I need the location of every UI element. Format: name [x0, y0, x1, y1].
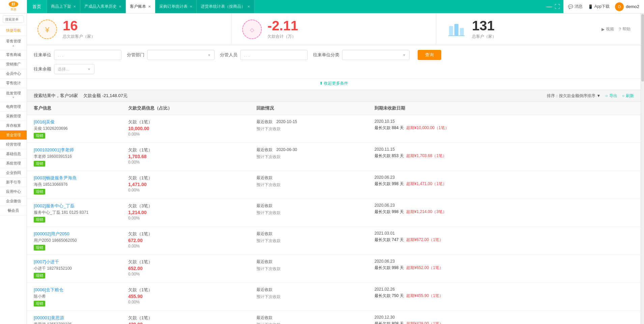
- tab-product-history-close[interactable]: ✕: [119, 5, 121, 8]
- customer-cell-8: [000001]黄思源 黄思源 13552700226 现销: [34, 315, 128, 324]
- debt-cell-4: 欠款（3笔） 1,214.00 0.00%: [128, 203, 256, 220]
- svg-text:¥: ¥: [45, 25, 50, 34]
- sidebar-item-retail-store[interactable]: 零售商城: [0, 50, 27, 60]
- customer-name-5[interactable]: [000002]用户2050: [34, 231, 69, 236]
- unit-category-arrow: ▼: [402, 53, 406, 57]
- tab-purchase-stats-close[interactable]: ✕: [247, 5, 250, 8]
- sort-select[interactable]: 排序：按欠款金额倒序排序 ▼: [547, 93, 601, 99]
- customer-name-8[interactable]: [000001]黄思源: [34, 315, 64, 320]
- unit-category-label: 往来单位分类: [313, 52, 339, 58]
- tab-home[interactable]: 首页: [27, 0, 47, 13]
- stat-number-3: 131: [472, 19, 496, 32]
- sidebar-item-purchase[interactable]: 采购管理: [0, 112, 27, 121]
- refresh-icon: ○: [622, 93, 624, 98]
- sidebar-item-finance[interactable]: 资金管理: [0, 130, 27, 140]
- view-btn[interactable]: ▶ 视频: [601, 26, 614, 32]
- customer-name-7[interactable]: [0006]去下粮仓: [34, 287, 63, 292]
- export-icon: ○: [606, 93, 608, 98]
- dept-input[interactable]: ▼: [147, 50, 215, 60]
- due-cell-5: 2021.03.01 最长欠款 747 天 超期¥672.00（1笔）: [374, 231, 634, 243]
- sidebar-item-retail-stats[interactable]: 零售统计: [0, 79, 27, 88]
- tab-purchase-order[interactable]: 采购订单统计表 ✕: [155, 0, 197, 13]
- topbar-right: 💬 消息 📱 App下载 D demo2: [563, 2, 644, 11]
- tab-customer-account-close[interactable]: ✕: [148, 5, 151, 8]
- sidebar-item-marketing[interactable]: 营销推广: [0, 60, 27, 69]
- refresh-btn[interactable]: ○ 刷新: [622, 93, 634, 99]
- sidebar-item-ops[interactable]: 经营管理: [0, 140, 27, 149]
- sidebar-item-ecommerce[interactable]: 电商管理: [0, 102, 27, 112]
- sidebar-item-quick-nav[interactable]: 快捷导航: [0, 25, 27, 36]
- manager-dots: ...: [244, 53, 251, 58]
- tab-purchase-stats[interactable]: 进货单统计表（按商品） ✕: [197, 0, 254, 13]
- help-icon: ?: [619, 27, 621, 32]
- due-cell-2: 2020.11.15 最长欠款 853 天 超期¥1,703.68（1笔）: [374, 147, 634, 159]
- logo-text: 示意: [10, 7, 17, 12]
- balance-arrow: ▼: [87, 67, 91, 71]
- tab-product-history[interactable]: 产成品入库单历史 ✕: [80, 0, 126, 13]
- query-button[interactable]: 查询: [418, 50, 441, 60]
- debt-percent-1: 0.00%: [128, 132, 256, 137]
- debt-cell-6: 欠款（1笔） 652.00 0.00%: [128, 259, 256, 276]
- balance-input[interactable]: 选择... ▼: [54, 64, 94, 74]
- sidebar-item-apps[interactable]: 应用中心: [0, 187, 27, 197]
- export-btn[interactable]: ○ 导出: [606, 93, 617, 99]
- sidebar-item-enterprise[interactable]: 企业协同: [0, 168, 27, 178]
- sidebar-item-batch-mgmt[interactable]: 批发管理 ▼: [0, 88, 27, 102]
- recovery-cell-2: 最近收款 2020-06-30 预计下次收款: [256, 147, 374, 160]
- customer-tag-1: 现销: [34, 133, 45, 139]
- customer-name-1[interactable]: [0016]吴俊: [34, 119, 55, 124]
- message-icon: 💬: [568, 4, 573, 9]
- customer-name-4[interactable]: [0002]服务中心_丁磊: [34, 203, 75, 208]
- sidebar-item-vip[interactable]: 畅会员: [0, 206, 27, 215]
- sidebar-search-input[interactable]: [3, 16, 24, 23]
- tab-product-offline-close[interactable]: ✕: [73, 5, 76, 8]
- stat-number-1: 16: [63, 19, 95, 32]
- debt-amount-1: 10,000.00: [128, 126, 256, 131]
- message-btn[interactable]: 💬 消息: [568, 4, 583, 9]
- sidebar-item-guide[interactable]: 新手引导: [0, 178, 27, 187]
- tab-minimize-icon[interactable]: —: [547, 4, 552, 10]
- customer-name-2[interactable]: [0001020001]李老师: [34, 147, 74, 152]
- stat-icon-2: ◇: [242, 19, 262, 39]
- sidebar-item-basic[interactable]: 基础信息: [0, 149, 27, 159]
- stat-card-2: ◇ -2.11 欠款合计（万）: [232, 13, 437, 45]
- user-menu[interactable]: D demo2: [615, 2, 639, 11]
- customer-cell-5: [000002]用户2050 用户2050 18665062050 现销: [34, 231, 128, 251]
- table-row: [0016]吴俊 吴俊 13026203696 现销 欠款（1笔） 10,000…: [27, 115, 641, 143]
- customer-name-6[interactable]: [0007]小进千: [34, 259, 59, 264]
- customer-phone-1: 吴俊 13026203696: [34, 126, 128, 131]
- tab-expand-icon[interactable]: ⛶: [555, 4, 560, 10]
- tab-customer-account[interactable]: 客户账本 ✕: [126, 0, 155, 13]
- table-header: 客户信息 欠款交易信息（占比） 回款情况 到期未收款日期: [27, 102, 641, 115]
- sidebar-item-member[interactable]: 会员中心: [0, 69, 27, 79]
- debt-percent-2: 0.00%: [128, 160, 256, 165]
- recovery-label-1: 最近收款 2020-10-15: [256, 119, 374, 125]
- result-actions: 排序：按欠款金额倒序排序 ▼ ○ 导出 ○ 刷新: [547, 93, 634, 99]
- filter-collapse-btn[interactable]: ⬆ 收起更多条件: [27, 78, 641, 88]
- tab-purchase-order-close[interactable]: ✕: [190, 5, 192, 8]
- logo-area: 好 示意: [0, 0, 27, 13]
- recovery-cell-7: 最近收款 预计下次收款: [256, 287, 374, 300]
- stat-label-1: 总欠款客户（家）: [63, 34, 95, 39]
- retail-mgmt-arrow: ▲: [12, 44, 15, 47]
- stat-icon-3: [446, 19, 467, 39]
- app-download-btn[interactable]: 📱 App下载: [588, 4, 610, 9]
- from-unit-input[interactable]: ...: [54, 50, 121, 60]
- filter-dept: 分管部门 ▼: [127, 50, 215, 60]
- customer-name-3[interactable]: [0003]畅捷服务尹海燕: [34, 175, 77, 180]
- unit-category-input[interactable]: ▼: [342, 50, 410, 60]
- view-icon: ▶: [601, 27, 605, 32]
- scrollbar-thumb[interactable]: [641, 14, 644, 82]
- sidebar-item-corp-wechat[interactable]: 企业微信: [0, 197, 27, 206]
- sidebar-item-inventory[interactable]: 库存核算: [0, 121, 27, 130]
- scrollbar[interactable]: [641, 13, 644, 324]
- due-cell-3: 2020.06.23 最长欠款 998 天 超期¥1,471.00（1笔）: [374, 175, 634, 187]
- help-btn[interactable]: ? 帮助: [619, 26, 631, 32]
- balance-placeholder: 选择...: [58, 66, 69, 72]
- tab-product-offline[interactable]: 商品上下架 ✕: [47, 0, 80, 13]
- sidebar-item-retail-mgmt[interactable]: 零售管理 ▲: [0, 36, 27, 50]
- overdue-link-1[interactable]: 超期¥10,000.00（1笔）: [406, 125, 449, 130]
- sidebar-item-sys[interactable]: 系统管理: [0, 159, 27, 168]
- svg-rect-6: [449, 26, 453, 35]
- manager-input[interactable]: ...: [240, 50, 308, 60]
